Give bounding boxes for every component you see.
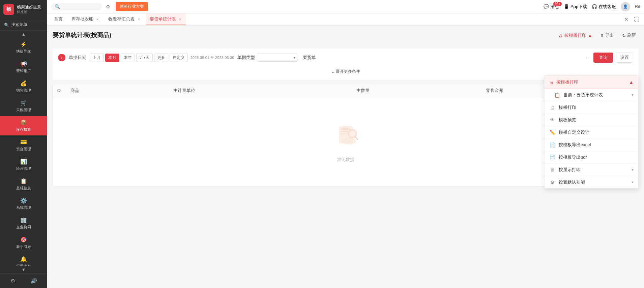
maximize-tab-btn[interactable]: ⛶ [632, 16, 641, 23]
inventory-label: 库存核算 [16, 127, 31, 132]
template-print-icon: 🖨 [549, 105, 555, 110]
topbar-search-input[interactable] [61, 4, 95, 9]
print-item-template-excel[interactable]: 📄 按模板导出excel [545, 139, 638, 151]
sidebar-item-system[interactable]: ⚙️ 系统管理 [0, 194, 47, 214]
app-download-btn[interactable]: 📱 App下载 [564, 4, 587, 10]
export-label: 导出 [605, 32, 614, 38]
print-item-template-preview[interactable]: 👁 模板预览 [545, 114, 638, 126]
sidebar-item-marketing[interactable]: 📢 营销推广 [0, 57, 47, 77]
basic-info-label: 基础信息 [16, 186, 31, 191]
app-center-icon: 🔔 [20, 256, 27, 262]
more-options-icon[interactable]: ··· [586, 54, 591, 61]
print-item-template-print[interactable]: 🖨 模板打印 [545, 101, 638, 114]
bill-type-filter: 单据类型 [237, 54, 299, 62]
app-center-label: 应用中心 [16, 264, 31, 266]
date-current-month-btn[interactable]: 本月 [105, 54, 119, 62]
sidebar-item-inventory[interactable]: 📦 库存核算 [0, 116, 47, 135]
close-tab-btn[interactable]: ✕ [622, 15, 631, 23]
tab-home[interactable]: 首页 [50, 13, 67, 25]
template-preview-icon: 👁 [549, 117, 555, 123]
sidebar-item-sales[interactable]: 💰 销售管理 [0, 77, 47, 96]
expand-more-btn[interactable]: ⌄ 展开更多条件 [328, 67, 363, 76]
search-icon: 🔍 [4, 23, 9, 27]
topbar-search-box[interactable]: 🔍 [51, 3, 102, 10]
expand-more-icon: ⌄ [331, 69, 334, 74]
enterprise-label: 企业协同 [16, 225, 31, 230]
system-label: 系统管理 [16, 205, 31, 210]
filter-expand-btn[interactable]: › [58, 54, 65, 61]
sidebar-item-finance[interactable]: 💳 资金管理 [0, 135, 47, 155]
order-type-label: 要货单 [303, 55, 316, 61]
app-version: 标准版 [17, 10, 41, 14]
template-excel-icon: 📄 [549, 142, 555, 148]
sidebar-search[interactable]: 🔍 搜索菜单 [0, 19, 47, 31]
bill-type-select[interactable] [257, 54, 297, 62]
avatar[interactable]: 👤 [621, 2, 630, 11]
date-prev-month-btn[interactable]: 上月 [90, 54, 104, 62]
current-template-item[interactable]: 📋 当前：要货单统计表 ▾ [545, 89, 638, 101]
template-custom-icon: ✏️ [549, 130, 555, 135]
sidebar-item-enterprise[interactable]: 🏢 企业协同 [0, 214, 47, 233]
tab-inventory-batch-close[interactable]: × [95, 17, 99, 22]
set-default-arrow: ▾ [632, 180, 634, 185]
dropdown-up-chevron[interactable]: ▲ [629, 79, 634, 85]
sidebar-item-operations[interactable]: 📊 经营管理 [0, 155, 47, 174]
tab-inventory-batch[interactable]: 库存批次账× [67, 13, 104, 25]
date-custom-btn[interactable]: 自定义 [170, 54, 188, 62]
date-more-btn[interactable]: 更多 [154, 54, 168, 62]
col-settings: ⚙ [53, 84, 66, 97]
svg-line-7 [355, 137, 358, 139]
sidebar-item-purchase[interactable]: 🛒 采购管理 [0, 96, 47, 116]
display-print-arrow: ▾ [632, 167, 634, 172]
refresh-label: 刷新 [627, 32, 636, 38]
marketing-icon: 📢 [20, 61, 27, 67]
topbar-gear-icon[interactable]: ⚙ [105, 3, 112, 11]
tab-order-stats[interactable]: 要货单统计表× [146, 13, 186, 25]
scroll-down-btn[interactable]: ▼ [0, 266, 47, 273]
inventory-icon: 📦 [20, 119, 27, 126]
print-item-template-custom[interactable]: ✏️ 模板自定义设计 [545, 126, 638, 139]
refresh-icon: ↻ [622, 33, 626, 38]
sidebar-item-app-center[interactable]: 🔔 应用中心 [0, 253, 47, 266]
scroll-up-btn[interactable]: ▲ [0, 31, 47, 38]
messages-btn[interactable]: 💬 消息 99+ [544, 4, 559, 10]
tab-receivable-summary-close[interactable]: × [137, 17, 141, 22]
empty-text: 暂无数据 [337, 157, 354, 163]
date-current-year-btn[interactable]: 本年 [121, 54, 135, 62]
print-template-btn[interactable]: 🖨 按模板打印 ▲ [556, 31, 595, 40]
tab-receivable-summary[interactable]: 收发存汇总表× [104, 13, 145, 25]
expand-more-label: 展开更多条件 [336, 69, 360, 74]
print-icon: 🖨 [559, 33, 563, 38]
current-template-icon: 📋 [554, 92, 560, 98]
trial-btn[interactable]: 体验行业方案 [116, 2, 148, 11]
print-dropdown: 🖨 按模板打印 ▲ 📋 当前：要货单统计表 ▾ 🖨 模板打印 👁 模板预览 [544, 75, 639, 189]
sidebar-nav: ⚡ 快捷导航 📢 营销推广 💰 销售管理 🛒 采购管理 📦 库存核算 💳 资金管… [0, 38, 47, 266]
tab-order-stats-close[interactable]: × [178, 17, 182, 22]
svg-rect-4 [341, 133, 347, 134]
sales-label: 销售管理 [16, 88, 31, 93]
sidebar-item-newbie[interactable]: 🎯 新手引导 [0, 233, 47, 253]
print-item-display-print[interactable]: 🖥 按显示打印 ▾ [545, 164, 638, 176]
query-btn[interactable]: 查询 [593, 53, 613, 63]
page-toolbar: 🖨 按模板打印 ▲ ⬆ 导出 ↻ 刷新 [556, 31, 639, 40]
quick-nav-label: 快捷导航 [16, 49, 31, 54]
settings-btn[interactable]: 设置 [616, 53, 633, 63]
sales-icon: 💰 [20, 80, 27, 87]
app-download-label: App下载 [570, 4, 587, 10]
print-item-set-default[interactable]: ⚙ 设置默认功能 ▾ [545, 176, 638, 188]
audio-icon[interactable]: 🔊 [29, 276, 38, 285]
page-title: 要货单统计表(按商品) [53, 31, 111, 39]
sidebar-item-basic-info[interactable]: 📋 基础信息 [0, 174, 47, 194]
settings-icon[interactable]: ⚙ [9, 276, 17, 285]
sidebar-item-quick-nav[interactable]: ⚡ 快捷导航 [0, 38, 47, 57]
date-last-7-days-btn[interactable]: 近7天 [136, 54, 153, 62]
refresh-btn[interactable]: ↻ 刷新 [619, 31, 639, 40]
logo-icon: 畅 [3, 4, 14, 15]
online-service-btn[interactable]: 🎧 在线客服 [592, 4, 616, 10]
export-btn[interactable]: ⬆ 导出 [597, 31, 617, 40]
col-settings-icon[interactable]: ⚙ [57, 88, 61, 93]
online-service-label: 在线客服 [598, 4, 616, 10]
print-item-template-pdf[interactable]: 📄 按模板导出pdf [545, 151, 638, 164]
date-range-text: 2023-06-01 至 2023-06-30 [191, 55, 234, 60]
tabs-bar: 首页库存批次账×收发存汇总表×要货单统计表× ✕ ⛶ [47, 13, 644, 26]
